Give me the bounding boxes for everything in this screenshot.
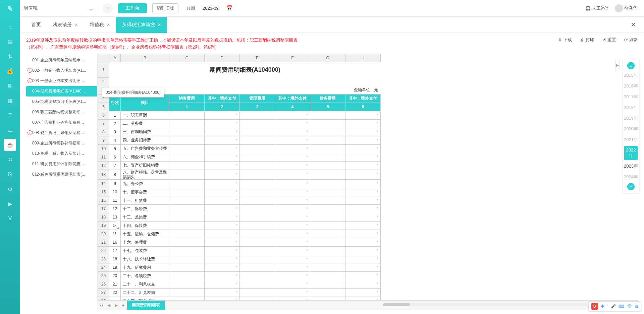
user-menu[interactable]: 徐泽华 bbox=[615, 4, 637, 12]
tab-tax-list[interactable]: 税表清册 ✕ bbox=[47, 17, 84, 33]
form-list-item[interactable]: 009-企业所得税弥补亏损明... bbox=[26, 138, 97, 148]
year-scroll-down-icon[interactable]: ︾ bbox=[627, 183, 635, 190]
year-scroll-up-icon[interactable]: ︽ bbox=[627, 62, 635, 69]
dropdown-label: 增值税 bbox=[23, 5, 38, 11]
sheet-nav-next-icon[interactable]: ▶ bbox=[112, 303, 120, 308]
sheet-tab-active[interactable]: 期间费用明细表 bbox=[127, 301, 165, 310]
nav-stats-icon[interactable]: ⇅ bbox=[4, 50, 16, 62]
page-tabs: 首页 税表清册 ✕ 增值税 ✕ 所得税汇算清缴 ✕ ✕ bbox=[20, 17, 644, 33]
collapse-form-list-handle[interactable]: ◀ bbox=[116, 221, 120, 235]
ime-toolbox-icon[interactable]: ▦ bbox=[635, 304, 638, 309]
ime-lang-label[interactable]: 中 bbox=[601, 304, 605, 309]
reset-button[interactable]: ↺重置 bbox=[602, 37, 616, 43]
reset-icon: ↺ bbox=[602, 38, 606, 43]
tax-type-dropdown[interactable]: 增值税 ⌄ bbox=[20, 3, 97, 14]
form-list-item[interactable]: 006-职工薪酬纳税调整明细... bbox=[26, 107, 97, 117]
app-logo-icon: ✎ bbox=[7, 5, 13, 13]
nav-home-icon[interactable]: ⌂ bbox=[4, 21, 16, 33]
year-option[interactable]: 2015年 bbox=[623, 70, 639, 81]
form-list-item[interactable]: 005-纳税调整项目明细表(A1... bbox=[26, 97, 97, 107]
tab-vat[interactable]: 增值税 ✕ bbox=[84, 17, 116, 33]
year-selector-rail: ︽ 2015年2016年2017年2018年2019年2020年2021年202… bbox=[623, 59, 639, 193]
print-icon: 🖨 bbox=[580, 38, 584, 43]
form-list-item[interactable]: 001-企业所得税年度纳税申... bbox=[26, 55, 97, 65]
nav-ledger-icon[interactable]: ▤ bbox=[4, 36, 16, 48]
nav-video-icon[interactable]: ▶ bbox=[4, 198, 16, 210]
consult-button[interactable]: 🎧 人工咨询 bbox=[585, 5, 609, 11]
sheet-tabs-bar: ⏮ ◀ ▶ ⏭ 期间费用明细表 bbox=[98, 300, 638, 310]
nav-archive-icon[interactable]: ⎘ bbox=[4, 168, 16, 180]
year-option[interactable]: 2024年 bbox=[623, 172, 639, 182]
switch-old-version-button[interactable]: 切到旧版 bbox=[152, 3, 178, 13]
form-list-item[interactable]: 007-广告费和业务宣传费跨... bbox=[26, 117, 97, 128]
content-area: 2019年度涉及取以前年度结转数据的申报表单元格需要手工维护正确，才能保证本年及… bbox=[20, 33, 644, 314]
expand-right-panel-handle[interactable]: ▶ bbox=[615, 59, 620, 71]
nav-export-icon[interactable]: ↻ bbox=[4, 153, 16, 166]
workbench-button[interactable]: 工作台 bbox=[118, 3, 147, 13]
form-list-item[interactable]: 002-一般企业收入明细表(A1... bbox=[26, 65, 97, 76]
tab-home[interactable]: 首页 bbox=[25, 17, 47, 33]
ime-voice-icon[interactable]: 🎤 bbox=[611, 304, 616, 309]
toolbar-actions: ⇩下载 🖨打印 ↺重置 ⟳刷新 bbox=[558, 37, 638, 43]
year-option[interactable]: 2018年 bbox=[623, 102, 639, 113]
period-label: 账期 bbox=[186, 5, 195, 11]
sheet-nav-first-icon[interactable]: ⏮ bbox=[98, 303, 105, 308]
form-list-item[interactable]: 008-资产折旧、摊销及纳税... bbox=[26, 128, 97, 138]
close-all-tabs-button[interactable]: ✕ bbox=[628, 19, 639, 30]
nav-doc-icon[interactable]: 🗎 bbox=[4, 80, 16, 92]
nav-calendar-icon[interactable]: ▭ bbox=[4, 124, 16, 136]
nav-tax-icon[interactable]: ☕ bbox=[4, 139, 16, 151]
ime-punct-icon[interactable]: ' bbox=[607, 304, 608, 309]
nav-funds-icon[interactable]: 💰 bbox=[4, 65, 16, 77]
form-item-tooltip: 004-期间费用明细表(A104000) bbox=[102, 88, 164, 98]
ime-toolbar[interactable]: S 中 ' 🎤 ⌨ 👕 ▦ bbox=[588, 301, 641, 311]
nav-settings-icon[interactable]: ⚙ bbox=[4, 183, 16, 195]
headset-icon: 🎧 bbox=[585, 6, 591, 11]
ime-skin-icon[interactable]: 👕 bbox=[627, 304, 632, 309]
top-header: 增值税 ⌄ ≡ 工作台 切到旧版 账期 2023-09 📅 🎧 人工咨询 徐泽华 bbox=[0, 0, 644, 17]
year-option[interactable]: 2023年 bbox=[623, 161, 639, 172]
chevron-down-icon: ⌄ bbox=[89, 5, 94, 12]
download-icon: ⇩ bbox=[558, 38, 562, 43]
close-icon[interactable]: ✕ bbox=[107, 22, 110, 27]
spreadsheet-panel: ABCDEFGH1期间费用明细表(A104000)23金额单位：元4行次项目销售… bbox=[97, 54, 638, 310]
year-option[interactable]: 2016年 bbox=[623, 81, 639, 91]
nav-v-icon[interactable]: V bbox=[4, 212, 16, 225]
ime-logo-icon: S bbox=[591, 303, 598, 310]
refresh-button[interactable]: ⟳刷新 bbox=[624, 37, 638, 43]
year-option[interactable]: 2022年 bbox=[624, 146, 638, 160]
form-list-item[interactable]: 012-减免所得税优惠明细表(... bbox=[26, 169, 97, 180]
close-icon[interactable]: ✕ bbox=[158, 22, 161, 27]
refresh-icon: ⟳ bbox=[624, 38, 628, 43]
form-list-item[interactable]: 004-期间费用明细表(A1040... bbox=[26, 86, 97, 97]
download-button[interactable]: ⇩下载 bbox=[558, 37, 572, 43]
left-nav-sidebar: ✎ ⌂ ▤ ⇅ 💰 🗎 ▦ Ｔ ▭ ☕ ↻ ⎘ ⚙ ▶ V bbox=[0, 0, 20, 314]
sheet-nav-prev-icon[interactable]: ◀ bbox=[105, 303, 112, 308]
year-option[interactable]: 2019年 bbox=[623, 113, 639, 124]
close-icon[interactable]: ✕ bbox=[74, 22, 78, 27]
form-list-item[interactable]: 011-研发费用加计扣除优惠... bbox=[26, 159, 97, 169]
sheet-nav-last-icon[interactable]: ⏭ bbox=[120, 303, 127, 308]
avatar-icon bbox=[615, 4, 623, 12]
period-value[interactable]: 2023-09 bbox=[203, 6, 219, 11]
warning-message: 2019年度涉及取以前年度结转数据的申报表单元格需要手工维护正确，才能保证本年及… bbox=[26, 37, 301, 51]
tab-income-tax-settlement[interactable]: 所得税汇算清缴 ✕ bbox=[116, 17, 167, 33]
nav-assets-icon[interactable]: Ｔ bbox=[4, 109, 16, 121]
year-option[interactable]: 2017年 bbox=[623, 91, 639, 102]
year-option[interactable]: 2021年 bbox=[623, 134, 639, 145]
form-list-panel: 001-企业所得税年度纳税申...002-一般企业收入明细表(A1...003-… bbox=[26, 54, 97, 310]
nav-report-icon[interactable]: ▦ bbox=[4, 95, 16, 107]
form-list-item[interactable]: 003-一般企业成本支出明细... bbox=[26, 76, 97, 86]
calendar-icon[interactable]: 📅 bbox=[226, 5, 233, 11]
ime-keyboard-icon[interactable]: ⌨ bbox=[619, 304, 624, 309]
username-label: 徐泽华 bbox=[624, 5, 637, 11]
form-list-item[interactable]: 010-免税、减计收入及加计... bbox=[26, 148, 97, 159]
print-button[interactable]: 🖨打印 bbox=[580, 37, 594, 43]
year-option[interactable]: 2020年 bbox=[623, 124, 639, 134]
notes-button[interactable]: ≡ bbox=[103, 3, 113, 13]
